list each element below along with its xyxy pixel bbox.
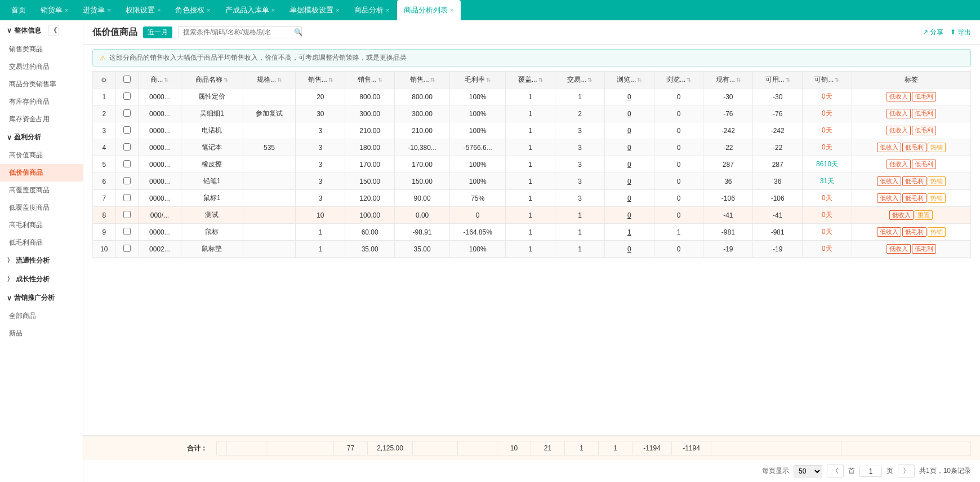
row-browse1[interactable]: 1 xyxy=(604,224,654,241)
sidebar-item-high-value[interactable]: 高价值商品 xyxy=(0,147,83,164)
nav-close-sales[interactable]: × xyxy=(65,7,68,14)
sidebar-group-flow[interactable]: 〉 流通性分析 xyxy=(0,251,83,270)
nav-role[interactable]: 角色授权 × xyxy=(168,0,217,20)
row-browse1[interactable]: 0 xyxy=(604,122,654,139)
row-select-checkbox[interactable] xyxy=(123,109,131,117)
browse-link[interactable]: 0 xyxy=(627,211,631,219)
export-btn[interactable]: ⬆ 导出 xyxy=(950,28,971,37)
nav-close-analysis[interactable]: × xyxy=(386,7,389,14)
nav-close-role[interactable]: × xyxy=(207,7,210,14)
browse-link[interactable]: 0 xyxy=(627,144,631,152)
sidebar-item-category-rate[interactable]: 商品分类销售率 xyxy=(0,76,83,93)
share-btn[interactable]: ↗ 分享 xyxy=(923,28,943,37)
sidebar-item-high-coverage[interactable]: 高覆盖度商品 xyxy=(0,182,83,199)
row-browse1[interactable]: 0 xyxy=(604,173,654,190)
nav-template[interactable]: 单据模板设置 × xyxy=(283,0,346,20)
search-icon[interactable]: 🔍 xyxy=(294,28,302,36)
sidebar-item-traded-goods[interactable]: 交易过的商品 xyxy=(0,58,83,76)
row-checkbox[interactable] xyxy=(115,173,138,190)
row-browse1[interactable]: 0 xyxy=(604,156,654,173)
sort-icon-sq[interactable]: ⇅ xyxy=(328,77,333,83)
row-select-checkbox[interactable] xyxy=(123,245,131,252)
sidebar-item-high-margin[interactable]: 高毛利商品 xyxy=(0,216,83,234)
sidebar-item-low-coverage[interactable]: 低覆盖度商品 xyxy=(0,199,83,216)
nav-close-perm[interactable]: × xyxy=(157,7,161,14)
sort-icon-sa[interactable]: ⇅ xyxy=(378,77,382,83)
select-all-checkbox[interactable] xyxy=(123,76,131,83)
sort-icon-avail[interactable]: ⇅ xyxy=(786,77,790,83)
browse-link[interactable]: 0 xyxy=(627,178,631,185)
row-checkbox[interactable] xyxy=(115,89,138,105)
gear-icon[interactable]: ⚙ xyxy=(101,76,107,84)
nav-analysis-list[interactable]: 商品分析列表 × xyxy=(397,0,460,20)
nav-analysis[interactable]: 商品分析 × xyxy=(348,0,396,20)
sidebar-item-stock-goods[interactable]: 有库存的商品 xyxy=(0,93,83,110)
sidebar-item-low-value[interactable]: 低价值商品 xyxy=(0,164,83,182)
th-settings[interactable]: ⚙ xyxy=(93,72,116,89)
table-area[interactable]: ⚙ 商... ⇅ 商品名称 ⇅ 规格... ⇅ 销售... ⇅ 销售... ⇅ … xyxy=(83,71,980,435)
row-browse1[interactable]: 0 xyxy=(604,139,654,156)
sort-icon-name[interactable]: ⇅ xyxy=(224,77,228,83)
nav-perm[interactable]: 权限设置 × xyxy=(119,0,167,20)
nav-sales[interactable]: 销货单 × xyxy=(34,0,75,20)
row-select-checkbox[interactable] xyxy=(123,211,131,218)
row-browse1[interactable]: 0 xyxy=(604,207,654,224)
browse-link[interactable]: 0 xyxy=(627,93,631,101)
sort-icon-cov[interactable]: ⇅ xyxy=(538,77,543,83)
row-checkbox[interactable] xyxy=(115,190,138,207)
sidebar-group-overview[interactable]: ∨ 整体信息 《 xyxy=(0,20,83,41)
sidebar-item-low-margin[interactable]: 低毛利商品 xyxy=(0,234,83,251)
nav-product-in[interactable]: 产成品入库单 × xyxy=(219,0,282,20)
row-select-checkbox[interactable] xyxy=(123,177,131,184)
row-browse1[interactable]: 0 xyxy=(604,89,654,105)
sidebar-item-new-goods[interactable]: 新品 xyxy=(0,325,83,342)
row-checkbox[interactable] xyxy=(115,105,138,122)
search-input[interactable] xyxy=(178,26,302,38)
browse-link[interactable]: 0 xyxy=(627,161,631,169)
nav-close-analysis-list[interactable]: × xyxy=(450,7,453,14)
browse-link[interactable]: 1 xyxy=(627,228,631,236)
sort-icon-stock[interactable]: ⇅ xyxy=(736,77,741,83)
sort-icon-trade[interactable]: ⇅ xyxy=(587,77,592,83)
browse-link[interactable]: 0 xyxy=(627,127,631,135)
page-input[interactable] xyxy=(859,466,882,477)
sidebar-item-all-goods[interactable]: 全部商品 xyxy=(0,307,83,325)
nav-home[interactable]: 首页 xyxy=(5,0,33,20)
per-page-select[interactable]: 50 100 200 xyxy=(794,465,822,477)
first-page-btn[interactable]: 〈 xyxy=(827,465,844,477)
sidebar-group-growth[interactable]: 〉 成长性分析 xyxy=(0,270,83,289)
sidebar-group-marketing[interactable]: ∨ 营销推广分析 xyxy=(0,289,83,307)
row-browse1[interactable]: 0 xyxy=(604,190,654,207)
row-checkbox[interactable] xyxy=(115,207,138,224)
sort-icon-margin[interactable]: ⇅ xyxy=(486,77,491,83)
row-checkbox[interactable] xyxy=(115,224,138,241)
sort-icon-b1[interactable]: ⇅ xyxy=(637,77,642,83)
nav-close-template[interactable]: × xyxy=(336,7,339,14)
nav-close-product-in[interactable]: × xyxy=(271,7,275,14)
nav-close-purchase[interactable]: × xyxy=(107,7,110,14)
row-select-checkbox[interactable] xyxy=(123,126,131,134)
row-select-checkbox[interactable] xyxy=(123,228,131,235)
row-checkbox[interactable] xyxy=(115,139,138,156)
browse-link[interactable]: 0 xyxy=(627,194,631,202)
sidebar-item-stock-value[interactable]: 库存资金占用 xyxy=(0,110,83,128)
row-checkbox[interactable] xyxy=(115,241,138,258)
row-browse1[interactable]: 0 xyxy=(604,241,654,258)
nav-purchase[interactable]: 进货单 × xyxy=(76,0,117,20)
sort-icon-sp[interactable]: ⇅ xyxy=(430,77,435,83)
sidebar-collapse-btn[interactable]: 《 xyxy=(48,25,59,36)
browse-link[interactable]: 0 xyxy=(627,245,631,253)
sort-icon-b2[interactable]: ⇅ xyxy=(687,77,691,83)
row-checkbox[interactable] xyxy=(115,122,138,139)
row-checkbox[interactable] xyxy=(115,156,138,173)
sort-icon-spec[interactable]: ⇅ xyxy=(277,77,282,83)
next-page-btn[interactable]: 〉 xyxy=(898,465,915,477)
row-select-checkbox[interactable] xyxy=(123,92,131,100)
browse-link[interactable]: 0 xyxy=(627,110,631,118)
sort-icon-sell[interactable]: ⇅ xyxy=(835,77,839,83)
row-browse1[interactable]: 0 xyxy=(604,105,654,122)
date-filter-btn[interactable]: 近一月 xyxy=(143,26,172,38)
row-select-checkbox[interactable] xyxy=(123,143,131,151)
sidebar-item-sales-goods[interactable]: 销售类商品 xyxy=(0,41,83,58)
sort-icon-code[interactable]: ⇅ xyxy=(164,77,168,83)
